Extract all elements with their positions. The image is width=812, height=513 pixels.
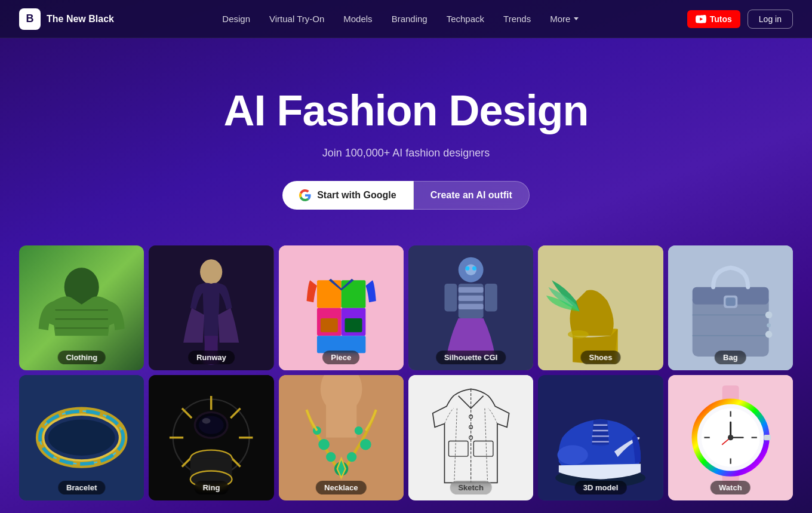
grid-item-clothing[interactable]: Clothing [19, 245, 144, 370]
svg-point-85 [558, 446, 588, 465]
svg-point-43 [48, 420, 115, 456]
svg-point-37 [767, 323, 771, 327]
ring-label: Ring [195, 481, 229, 494]
grid-section: Clothing Runway [0, 239, 812, 513]
svg-rect-20 [459, 304, 484, 309]
hero-buttons: Start with Google Create an AI outfit [12, 181, 800, 210]
nav-branding[interactable]: Branding [392, 14, 427, 24]
svg-point-67 [326, 452, 336, 462]
grid-item-silhouette[interactable]: Silhouette CGI [408, 245, 533, 370]
grid-item-ring[interactable]: Ring [149, 375, 273, 500]
grid-item-shoes[interactable]: Shoes [538, 245, 663, 370]
3dmodel-label: 3D model [575, 481, 627, 494]
grid-item-bracelet[interactable]: Bracelet [19, 375, 144, 500]
start-with-google-button[interactable]: Start with Google [282, 181, 413, 210]
bracelet-label: Bracelet [58, 481, 105, 494]
nav-models[interactable]: Models [343, 14, 372, 24]
grid-item-necklace[interactable]: Necklace [279, 375, 404, 500]
necklace-label: Necklace [316, 481, 366, 494]
svg-point-61 [202, 418, 211, 423]
grid-item-3dmodel[interactable]: 3D model [538, 375, 663, 500]
navbar: B The New Black Design Virtual Try-On Mo… [0, 0, 812, 38]
svg-rect-105 [764, 435, 771, 440]
svg-rect-33 [725, 297, 735, 306]
grid-item-sketch[interactable]: Sketch [408, 375, 533, 500]
login-button[interactable]: Log in [748, 10, 793, 29]
logo-area[interactable]: B The New Black [19, 8, 114, 30]
svg-rect-14 [345, 318, 362, 332]
youtube-button[interactable]: Tutos [687, 10, 740, 28]
grid-item-watch[interactable]: Watch [668, 375, 793, 500]
nav-virtual-try-on[interactable]: Virtual Try-On [269, 14, 324, 24]
svg-rect-9 [341, 280, 365, 308]
svg-point-28 [568, 330, 589, 339]
shoes-label: Shoes [580, 351, 620, 364]
svg-point-38 [765, 331, 772, 338]
svg-point-70 [354, 426, 362, 435]
nav-techpack[interactable]: Techpack [447, 14, 484, 24]
grid-item-bag[interactable]: Bag [668, 245, 793, 370]
svg-point-24 [465, 266, 469, 271]
bag-label: Bag [715, 351, 746, 364]
svg-point-60 [199, 416, 224, 434]
watch-label: Watch [710, 481, 751, 494]
grid-item-piece[interactable]: Piece [279, 245, 404, 370]
brand-name: The New Black [47, 14, 114, 24]
google-icon [299, 189, 311, 201]
hero-section: AI Fashion Design Join 100,000+ AI fashi… [0, 38, 812, 239]
svg-rect-21 [444, 284, 457, 312]
nav-more[interactable]: More [550, 14, 579, 24]
hero-subtitle: Join 100,000+ AI fashion designers [12, 147, 800, 159]
svg-point-6 [200, 259, 222, 284]
piece-label: Piece [322, 351, 359, 364]
svg-rect-18 [459, 287, 484, 293]
svg-point-69 [347, 452, 356, 462]
svg-rect-8 [317, 280, 342, 308]
grid-item-runway[interactable]: Runway [149, 245, 273, 370]
svg-point-104 [728, 435, 733, 440]
runway-label: Runway [188, 351, 235, 364]
svg-rect-22 [485, 284, 497, 312]
sketch-label: Sketch [450, 481, 492, 494]
nav-design[interactable]: Design [222, 14, 250, 24]
svg-rect-19 [459, 296, 484, 301]
svg-rect-13 [320, 318, 337, 332]
silhouette-label: Silhouette CGI [436, 351, 506, 364]
nav-trends[interactable]: Trends [503, 14, 531, 24]
svg-point-36 [765, 311, 772, 318]
nav-links: Design Virtual Try-On Models Branding Te… [222, 14, 579, 24]
youtube-icon [696, 15, 706, 23]
svg-point-71 [360, 439, 371, 450]
fashion-grid: Clothing Runway [19, 245, 793, 500]
chevron-down-icon [574, 17, 579, 20]
nav-right: Tutos Log in [687, 10, 793, 29]
hero-title: AI Fashion Design [12, 86, 800, 135]
clothing-label: Clothing [57, 351, 106, 364]
svg-rect-64 [326, 396, 356, 438]
svg-point-65 [318, 439, 330, 450]
logo-icon: B [19, 8, 41, 30]
svg-point-25 [472, 266, 476, 271]
create-ai-outfit-button[interactable]: Create an AI outfit [414, 181, 530, 210]
